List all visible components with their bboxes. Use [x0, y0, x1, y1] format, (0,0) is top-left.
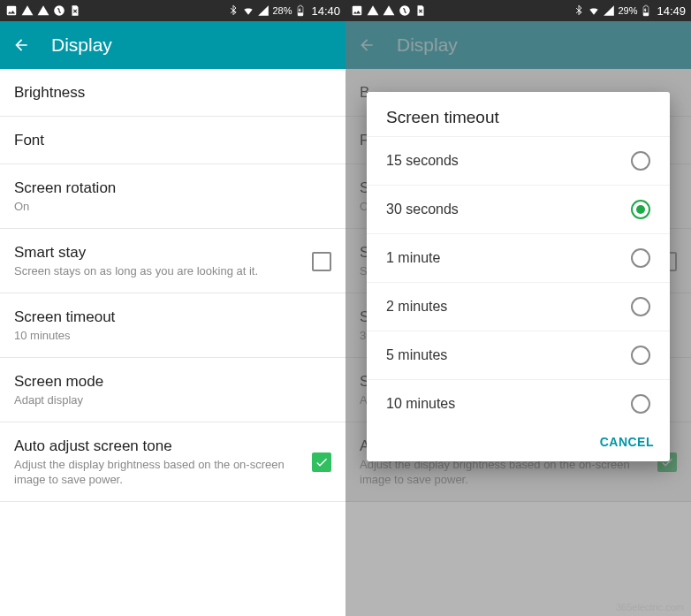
setting-brightness[interactable]: Brightness	[0, 69, 346, 117]
dialog-option-30s[interactable]: 30 seconds	[367, 185, 670, 233]
image-icon	[5, 4, 18, 17]
phone-right: 29% 14:49 Display B F S O	[346, 0, 691, 616]
setting-sub: 10 minutes	[14, 329, 331, 344]
radio-unchecked[interactable]	[631, 297, 650, 316]
dialog-option-10m[interactable]: 10 minutes	[367, 379, 670, 428]
dialog-option-5m[interactable]: 5 minutes	[367, 331, 670, 379]
setting-sub: Screen stays on as long as you are looki…	[14, 264, 301, 279]
setting-sub: Adapt display	[14, 393, 331, 408]
radio-checked[interactable]	[631, 200, 650, 219]
image-icon	[351, 4, 363, 17]
watermark: 365electric.com	[616, 602, 684, 612]
setting-smart-stay[interactable]: Smart stay Screen stays on as long as yo…	[0, 229, 346, 293]
shazam-icon	[399, 4, 411, 17]
battery-icon	[640, 4, 652, 17]
setting-screen-timeout[interactable]: Screen timeout 10 minutes	[0, 293, 346, 358]
clock: 14:49	[657, 4, 686, 18]
radio-unchecked[interactable]	[631, 394, 650, 414]
app-title: Display	[397, 34, 458, 56]
app-title: Display	[51, 34, 112, 56]
dialog-title: Screen timeout	[367, 108, 670, 136]
dialog-option-label: 2 minutes	[386, 299, 447, 315]
setting-sub: Adjust the display brightness based on t…	[14, 458, 301, 488]
status-bar: 29% 14:49	[346, 0, 691, 21]
dialog-option-label: 10 minutes	[386, 396, 455, 412]
shazam-icon	[53, 4, 65, 17]
setting-title: Brightness	[14, 83, 331, 103]
radio-unchecked[interactable]	[631, 346, 650, 365]
warning-icon	[21, 4, 34, 17]
checkbox-checked[interactable]	[312, 452, 331, 472]
bluetooth-icon	[573, 4, 585, 17]
status-bar: 28% 14:40	[0, 0, 346, 21]
screen-timeout-dialog: Screen timeout 15 seconds 30 seconds 1 m…	[367, 92, 670, 461]
setting-title: Auto adjust screen tone	[14, 437, 301, 456]
dialog-option-15s[interactable]: 15 seconds	[367, 136, 670, 185]
battery-icon	[294, 4, 307, 17]
phone-left: 28% 14:40 Display Brightness Font	[0, 0, 346, 616]
clock: 14:40	[311, 4, 340, 18]
setting-sub: On	[14, 200, 331, 215]
warning-icon	[367, 4, 379, 17]
app-bar: Display	[0, 21, 346, 69]
back-arrow-icon	[358, 36, 376, 54]
setting-sub: Adjust the display brightness based on t…	[360, 458, 647, 488]
back-arrow-icon[interactable]	[12, 36, 30, 54]
setting-title: Screen timeout	[14, 308, 331, 327]
setting-screen-rotation[interactable]: Screen rotation On	[0, 164, 346, 229]
warning-icon	[383, 4, 395, 17]
setting-title: Screen mode	[14, 372, 331, 392]
checkbox-unchecked[interactable]	[312, 252, 331, 271]
app-bar: Display	[346, 21, 691, 69]
battery-percent: 29%	[618, 5, 637, 16]
setting-auto-adjust-tone[interactable]: Auto adjust screen tone Adjust the displ…	[0, 422, 346, 502]
setting-title: Screen rotation	[14, 179, 331, 198]
battery-percent: 28%	[272, 5, 292, 16]
wifi-icon	[588, 4, 600, 17]
dialog-option-2m[interactable]: 2 minutes	[367, 282, 670, 331]
cancel-button[interactable]: CANCEL	[600, 435, 654, 449]
dialog-option-label: 5 minutes	[386, 347, 447, 363]
setting-font[interactable]: Font	[0, 117, 346, 164]
setting-screen-mode[interactable]: Screen mode Adapt display	[0, 358, 346, 422]
signal-icon	[603, 4, 615, 17]
dialog-option-label: 30 seconds	[386, 202, 459, 217]
wifi-icon	[242, 4, 254, 17]
setting-title: Smart stay	[14, 243, 301, 262]
radio-unchecked[interactable]	[631, 151, 650, 171]
dialog-option-label: 15 seconds	[386, 153, 459, 169]
file-x-icon	[69, 4, 81, 17]
file-x-icon	[414, 4, 427, 17]
bluetooth-icon	[227, 4, 239, 17]
signal-icon	[257, 4, 270, 17]
dialog-option-label: 1 minute	[386, 250, 440, 266]
warning-icon	[37, 4, 49, 17]
radio-unchecked[interactable]	[631, 248, 650, 268]
setting-title: Font	[14, 131, 331, 150]
settings-list: Brightness Font Screen rotation On Smart…	[0, 69, 346, 502]
dialog-option-1m[interactable]: 1 minute	[367, 233, 670, 282]
